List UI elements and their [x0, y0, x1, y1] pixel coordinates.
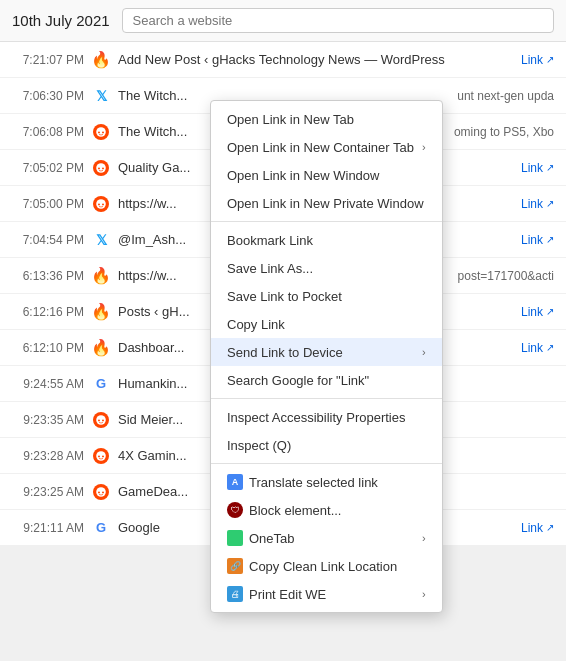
copyclean-icon: 🔗 [227, 558, 243, 574]
search-input[interactable] [122, 8, 554, 33]
menu-divider [211, 221, 442, 222]
menu-item-save-link-to-pocket[interactable]: Save Link to Pocket [211, 282, 442, 310]
row-time: 6:12:16 PM [12, 305, 84, 319]
svg-point-3 [102, 131, 104, 133]
menu-item-block-element[interactable]: 🛡Block element... [211, 496, 442, 524]
reddit-icon [92, 483, 110, 501]
menu-item-label: Open Link in New Private Window [227, 196, 424, 211]
row-link-badge[interactable]: Link ↗ [521, 341, 554, 355]
menu-item-label: Open Link in New Window [227, 168, 379, 183]
menu-item-open-link-in-new-window[interactable]: Open Link in New Window [211, 161, 442, 189]
row-time: 6:13:36 PM [12, 269, 84, 283]
history-row[interactable]: 7:21:07 PM🔥Add New Post ‹ gHacks Technol… [0, 42, 566, 78]
row-link-badge[interactable]: Link ↗ [521, 197, 554, 211]
fire-icon: 🔥 [92, 267, 110, 285]
menu-item-label: Block element... [249, 503, 342, 518]
page-date: 10th July 2021 [12, 12, 110, 29]
svg-point-21 [96, 487, 106, 497]
svg-point-18 [98, 455, 100, 457]
menu-item-copy-clean-link-location[interactable]: 🔗Copy Clean Link Location [211, 552, 442, 580]
row-time: 9:24:55 AM [12, 377, 84, 391]
menu-item-label: Inspect Accessibility Properties [227, 410, 405, 425]
menu-item-label: Copy Clean Link Location [249, 559, 397, 574]
menu-item-copy-link[interactable]: Copy Link [211, 310, 442, 338]
menu-item-inspect-accessibility-properties[interactable]: Inspect Accessibility Properties [211, 403, 442, 431]
row-link-badge[interactable]: Link ↗ [521, 305, 554, 319]
svg-point-19 [102, 455, 104, 457]
reddit-icon [92, 159, 110, 177]
svg-rect-24 [231, 535, 239, 537]
svg-rect-25 [231, 539, 236, 541]
svg-point-14 [98, 419, 100, 421]
menu-item-open-link-in-new-tab[interactable]: Open Link in New Tab [211, 105, 442, 133]
row-time: 7:06:08 PM [12, 125, 84, 139]
menu-item-print-edit-we[interactable]: 🖨Print Edit WE› [211, 580, 442, 608]
fire-icon: 🔥 [92, 339, 110, 357]
menu-item-open-link-in-new-private-window[interactable]: Open Link in New Private Window [211, 189, 442, 217]
reddit-icon [92, 195, 110, 213]
menu-item-label: Send Link to Device [227, 345, 343, 360]
top-bar: 10th July 2021 [0, 0, 566, 42]
chevron-right-icon: › [422, 532, 426, 544]
menu-item-search-google-for-link[interactable]: Search Google for "Link" [211, 366, 442, 394]
svg-point-15 [102, 419, 104, 421]
svg-point-22 [98, 491, 100, 493]
row-time: 9:21:11 AM [12, 521, 84, 535]
menu-item-label: Print Edit WE [249, 587, 326, 602]
chevron-right-icon: › [422, 588, 426, 600]
row-suffix: unt next-gen upda [457, 89, 554, 103]
row-link-badge[interactable]: Link ↗ [521, 53, 554, 67]
menu-item-label: Search Google for "Link" [227, 373, 369, 388]
twitter-icon: 𝕏 [92, 87, 110, 105]
menu-item-label: Bookmark Link [227, 233, 313, 248]
reddit-icon [92, 123, 110, 141]
row-link-badge[interactable]: Link ↗ [521, 161, 554, 175]
twitter-icon: 𝕏 [92, 231, 110, 249]
svg-point-7 [102, 167, 104, 169]
menu-item-send-link-to-device[interactable]: Send Link to Device› [211, 338, 442, 366]
menu-item-label: Inspect (Q) [227, 438, 291, 453]
svg-point-11 [102, 203, 104, 205]
row-time: 9:23:35 AM [12, 413, 84, 427]
row-time: 7:05:02 PM [12, 161, 84, 175]
menu-item-label: Open Link in New Tab [227, 112, 354, 127]
menu-item-translate-selected-link[interactable]: ATranslate selected link [211, 468, 442, 496]
menu-divider [211, 463, 442, 464]
row-time: 7:05:00 PM [12, 197, 84, 211]
menu-item-inspect-q[interactable]: Inspect (Q) [211, 431, 442, 459]
row-suffix: post=171700&acti [458, 269, 554, 283]
menu-item-label: Translate selected link [249, 475, 378, 490]
fire-icon: 🔥 [92, 303, 110, 321]
google-icon: G [92, 519, 110, 537]
onetab-icon [227, 530, 243, 546]
menu-item-label: Save Link to Pocket [227, 289, 342, 304]
translate-icon: A [227, 474, 243, 490]
menu-item-label: Save Link As... [227, 261, 313, 276]
row-link-badge[interactable]: Link ↗ [521, 521, 554, 535]
row-time: 9:23:25 AM [12, 485, 84, 499]
svg-point-10 [98, 203, 100, 205]
menu-divider [211, 398, 442, 399]
menu-item-label: OneTab [249, 531, 295, 546]
reddit-icon [92, 447, 110, 465]
menu-item-bookmark-link[interactable]: Bookmark Link [211, 226, 442, 254]
row-time: 7:06:30 PM [12, 89, 84, 103]
row-suffix: oming to PS5, Xbo [454, 125, 554, 139]
menu-item-onetab[interactable]: OneTab› [211, 524, 442, 552]
svg-point-5 [96, 163, 106, 173]
row-time: 7:04:54 PM [12, 233, 84, 247]
svg-point-17 [96, 451, 106, 461]
menu-item-label: Open Link in New Container Tab [227, 140, 414, 155]
menu-item-label: Copy Link [227, 317, 285, 332]
google-icon: G [92, 375, 110, 393]
block-icon: 🛡 [227, 502, 243, 518]
menu-item-open-link-in-new-container-tab[interactable]: Open Link in New Container Tab› [211, 133, 442, 161]
printedit-icon: 🖨 [227, 586, 243, 602]
row-time: 6:12:10 PM [12, 341, 84, 355]
chevron-right-icon: › [422, 346, 426, 358]
svg-point-23 [102, 491, 104, 493]
row-link-badge[interactable]: Link ↗ [521, 233, 554, 247]
svg-point-2 [98, 131, 100, 133]
row-time: 9:23:28 AM [12, 449, 84, 463]
menu-item-save-link-as[interactable]: Save Link As... [211, 254, 442, 282]
